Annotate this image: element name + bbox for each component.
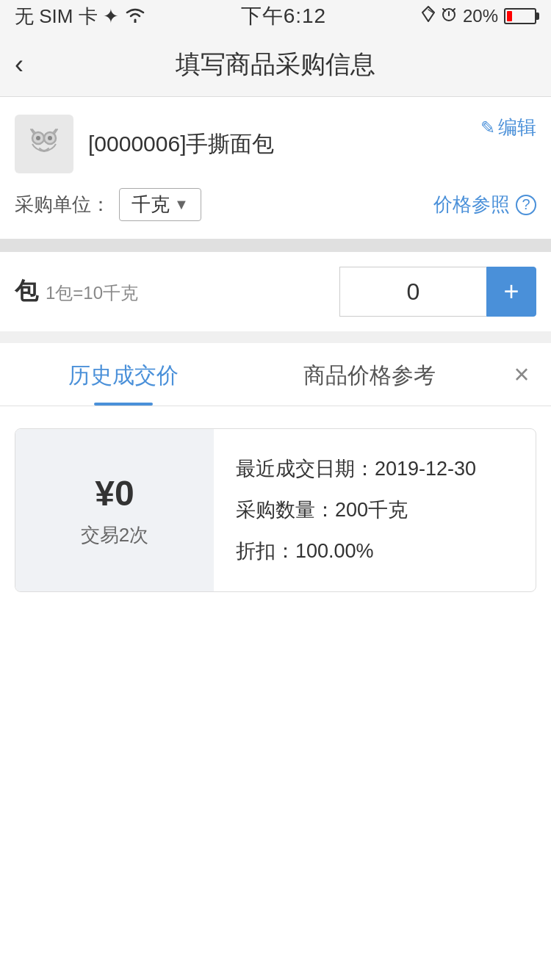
- recent-date-value: 2019-12-30: [375, 458, 476, 480]
- tab-product-price-label: 商品价格参考: [303, 363, 436, 387]
- price-ref-label: 价格参照: [433, 192, 510, 217]
- trade-count: 交易2次: [81, 522, 148, 548]
- discount-label: 折扣：: [236, 540, 295, 562]
- tabs-header: 历史成交价 商品价格参考 ×: [0, 343, 551, 406]
- status-bar: 无 SIM 卡 ✦ 下午6:12 20%: [0, 0, 551, 32]
- tabs-content: ¥0 交易2次 最近成交日期：2019-12-30 采购数量：200千克 折扣：…: [0, 406, 551, 614]
- status-right: 20%: [422, 6, 536, 26]
- product-unit-row: 采购单位： 千克 ▼ 价格参照 ?: [15, 188, 536, 221]
- wifi-icon: [125, 5, 145, 28]
- quantity-input[interactable]: 0: [339, 267, 486, 317]
- product-image-placeholder: [25, 122, 63, 166]
- nav-header: ‹ 填写商品采购信息: [0, 32, 551, 97]
- purchase-qty-row: 采购数量：200千克: [236, 497, 514, 525]
- card-left: ¥0 交易2次: [15, 429, 214, 591]
- battery-fill: [507, 11, 512, 21]
- unit-selector[interactable]: 千克 ▼: [119, 188, 201, 221]
- battery-icon: [504, 8, 536, 24]
- status-left: 无 SIM 卡 ✦: [15, 4, 145, 29]
- discount-value: 100.00%: [295, 540, 374, 562]
- svg-line-2: [443, 9, 445, 11]
- tab-history-price-label: 历史成交价: [68, 363, 179, 387]
- purchase-qty-label: 采购数量：: [236, 499, 335, 521]
- tab-product-price[interactable]: 商品价格参考: [246, 343, 492, 406]
- unit-dropdown-icon: ▼: [174, 196, 189, 213]
- price-reference-button[interactable]: 价格参照 ?: [433, 192, 536, 217]
- quantity-input-row: 0 +: [339, 267, 536, 317]
- discount-row: 折扣：100.00%: [236, 538, 514, 566]
- bottom-area: [0, 614, 551, 980]
- product-section: [0000006]手撕面包 ✎ 编辑 采购单位： 千克 ▼ 价格参照 ?: [0, 97, 551, 239]
- tabs-close-button[interactable]: ×: [492, 359, 551, 390]
- purchase-qty-value: 200千克: [335, 499, 408, 521]
- transaction-card: ¥0 交易2次 最近成交日期：2019-12-30 采购数量：200千克 折扣：…: [15, 428, 536, 592]
- location-icon: [422, 6, 435, 26]
- quantity-unit: 包: [15, 275, 38, 308]
- recent-date-row: 最近成交日期：2019-12-30: [236, 455, 514, 483]
- quantity-plus-button[interactable]: +: [486, 267, 536, 317]
- edit-label: 编辑: [498, 115, 536, 140]
- unit-label: 采购单位：: [15, 192, 110, 217]
- recent-date-label: 最近成交日期：: [236, 458, 375, 480]
- battery-percent: 20%: [463, 6, 498, 26]
- svg-point-6: [36, 136, 40, 140]
- tabs-section: 历史成交价 商品价格参考 × ¥0 交易2次 最近成交日期：2019-12-30…: [0, 343, 551, 614]
- alarm-icon: [441, 6, 457, 26]
- edit-icon: ✎: [480, 118, 495, 138]
- tab-history-price[interactable]: 历史成交价: [0, 343, 246, 406]
- quantity-label: 包 1包=10千克: [15, 275, 138, 308]
- help-icon: ?: [516, 195, 536, 215]
- unit-value: 千克: [132, 192, 170, 217]
- unit-left: 采购单位： 千克 ▼: [15, 188, 201, 221]
- sim-label: 无 SIM 卡 ✦: [15, 4, 119, 29]
- card-right: 最近成交日期：2019-12-30 采购数量：200千克 折扣：100.00%: [214, 429, 536, 591]
- svg-point-7: [48, 136, 52, 140]
- status-time: 下午6:12: [241, 2, 327, 30]
- product-header: [0000006]手撕面包 ✎ 编辑: [15, 115, 536, 173]
- price-display: ¥0: [95, 473, 134, 514]
- section-divider: [0, 239, 551, 252]
- quantity-unit-sub: 1包=10千克: [46, 281, 138, 305]
- svg-line-3: [453, 9, 455, 11]
- battery-icon-container: [504, 8, 536, 24]
- quantity-section: 包 1包=10千克 0 +: [0, 252, 551, 331]
- product-left: [0000006]手撕面包: [15, 115, 274, 173]
- product-name: [0000006]手撕面包: [88, 129, 274, 159]
- product-thumbnail: [15, 115, 73, 173]
- edit-button[interactable]: ✎ 编辑: [480, 115, 536, 140]
- back-button[interactable]: ‹: [15, 49, 59, 80]
- page-title: 填写商品采购信息: [59, 48, 492, 82]
